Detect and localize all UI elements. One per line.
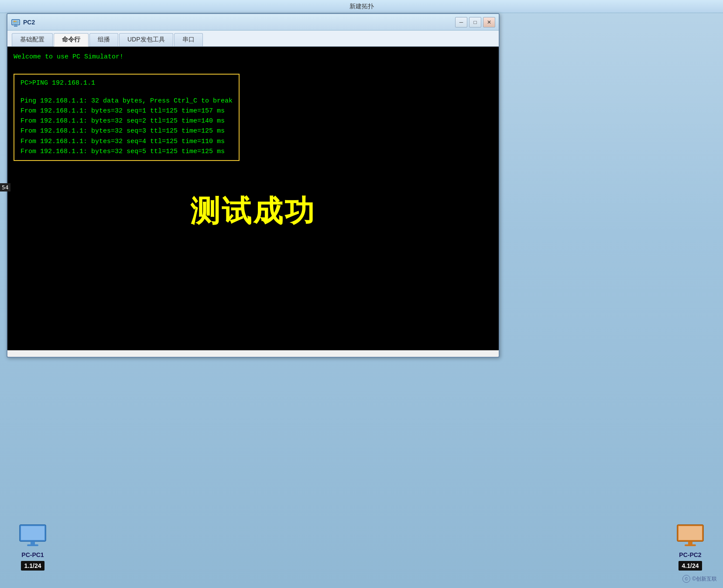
tab-basic-config[interactable]: 基础配置 (12, 33, 53, 46)
tab-serial[interactable]: 串口 (174, 33, 203, 46)
svg-rect-12 (688, 541, 692, 545)
command-line: PC>PING 192.168.1.1 (21, 78, 233, 88)
ping-result-4: From 192.168.1.1: bytes=32 seq=4 ttl=125… (21, 137, 233, 147)
ping-result-2: From 192.168.1.1: bytes=32 seq=2 ttl=125… (21, 116, 233, 126)
pc2-window: PC2 ─ □ ✕ 基础配置 命令行 组播 UDP发包工具 串口 Welcome… (7, 13, 500, 358)
app-titlebar: 新建拓扑 (0, 0, 723, 13)
pc-right-item: PC-PC2 4.1/24 (675, 523, 706, 571)
svg-rect-9 (27, 544, 38, 546)
ping-header: Ping 192.168.1.1: 32 data bytes, Press C… (21, 96, 233, 106)
minimize-button[interactable]: ─ (455, 17, 467, 27)
ping-result-1: From 192.168.1.1: bytes=32 seq=1 ttl=125… (21, 106, 233, 116)
window-controls: ─ □ ✕ (455, 17, 495, 27)
pc-right-icon (675, 523, 706, 549)
tabs-bar: 基础配置 命令行 组播 UDP发包工具 串口 (7, 31, 499, 47)
tab-udp-tool[interactable]: UDP发包工具 (119, 33, 173, 46)
pc-left-icon (17, 523, 48, 549)
tab-command-line[interactable]: 命令行 (54, 33, 89, 47)
svg-rect-11 (678, 526, 702, 540)
window-title: PC2 (23, 19, 455, 26)
pc-right-badge: 4.1/24 (678, 561, 702, 571)
terminal-area[interactable]: Welcome to use PC Simulator! PC>PING 192… (7, 47, 499, 350)
ping-result-5: From 192.168.1.1: bytes=32 seq=5 ttl=125… (21, 147, 233, 157)
svg-rect-3 (13, 21, 19, 24)
success-message: 测试成功 (14, 191, 493, 231)
svg-rect-8 (31, 541, 35, 545)
watermark: © ©创新互联 (682, 575, 717, 583)
tab-multicast[interactable]: 组播 (89, 33, 118, 46)
pc-left-label: PC-PC1 (21, 551, 44, 558)
watermark-text: ©创新互联 (692, 575, 717, 583)
pc-right-label: PC-PC2 (679, 551, 701, 558)
pc2-icon (11, 17, 21, 27)
left-edge-number: 54 (0, 183, 10, 191)
svg-rect-7 (21, 526, 45, 540)
welcome-line: Welcome to use PC Simulator! (14, 52, 493, 62)
maximize-button[interactable]: □ (469, 17, 481, 27)
ping-command-box: PC>PING 192.168.1.1 Ping 192.168.1.1: 32… (14, 74, 240, 161)
close-button[interactable]: ✕ (483, 17, 495, 27)
ping-result-3: From 192.168.1.1: bytes=32 seq=3 ttl=125… (21, 126, 233, 136)
watermark-icon: © (682, 575, 690, 583)
svg-rect-13 (685, 544, 696, 546)
pc-left-badge: 1.1/24 (21, 561, 45, 571)
pc-left-item: PC-PC1 1.1/24 (17, 523, 48, 571)
app-title: 新建拓扑 (350, 3, 374, 10)
window-titlebar: PC2 ─ □ ✕ (7, 14, 499, 31)
